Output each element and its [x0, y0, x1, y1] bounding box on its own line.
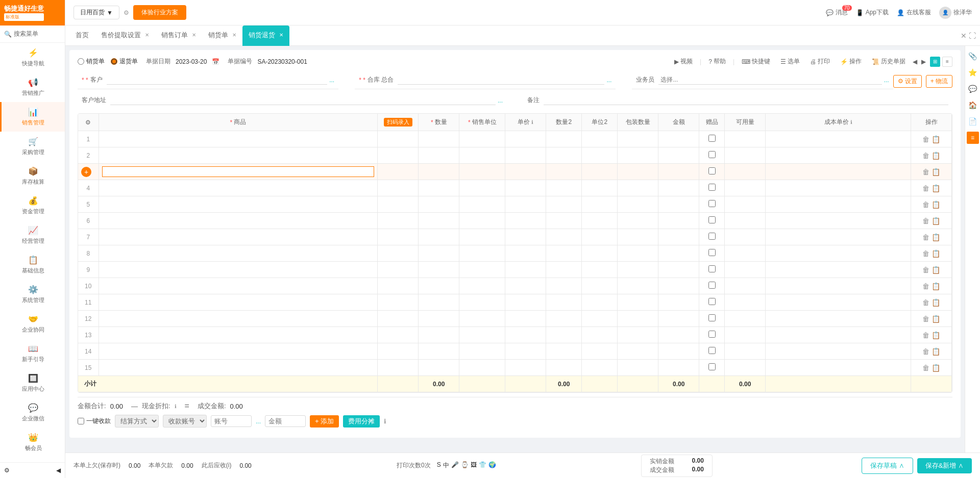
row-3-available[interactable] — [725, 164, 766, 180]
customer-input[interactable] — [107, 75, 328, 85]
row-9-gift-checkbox[interactable] — [708, 265, 716, 272]
row-3-pack-qty[interactable] — [618, 164, 658, 180]
row-3-gift[interactable] — [699, 164, 725, 180]
nav-next-icon[interactable]: ▶ — [921, 58, 926, 65]
scan-button[interactable]: 扫码录入 — [384, 118, 412, 127]
grid-view-button[interactable]: ⊞ — [930, 57, 940, 67]
row-10-gift-checkbox[interactable] — [708, 282, 716, 289]
salesperson-input[interactable] — [658, 75, 881, 85]
tab-price-setup-close[interactable]: ✕ — [145, 32, 149, 38]
sidebar-item-shortcut[interactable]: ⚡ 快捷导航 — [0, 43, 65, 72]
row-1-gift-checkbox[interactable] — [708, 135, 716, 142]
salesperson-dots[interactable]: ... — [884, 77, 889, 84]
row-5-copy-icon[interactable]: 📋 — [932, 200, 940, 209]
row-14-delete-icon[interactable]: 🗑 — [922, 347, 929, 356]
row-2-pack-qty[interactable] — [618, 147, 658, 164]
row-15-delete-icon[interactable]: 🗑 — [922, 364, 929, 372]
industry-selector[interactable]: 日用百货 ▼ — [74, 6, 119, 19]
save-draft-button[interactable]: 保存草稿 ∧ — [862, 458, 913, 474]
row-2-price[interactable] — [505, 147, 546, 164]
panel-icon-4[interactable]: 🏠 — [966, 99, 979, 111]
row-3-gift-checkbox[interactable] — [708, 167, 716, 174]
history-button[interactable]: 📜 历史单据 — [869, 56, 909, 67]
row-3-unit[interactable] — [459, 164, 505, 180]
panel-icon-2[interactable]: ⭐ — [966, 66, 979, 79]
row-2-cost-price[interactable] — [766, 147, 911, 164]
row-3-amount[interactable] — [658, 164, 699, 180]
row-15-gift-checkbox[interactable] — [708, 363, 716, 370]
experience-button[interactable]: 体验行业方案 — [133, 5, 186, 20]
settings-icon[interactable]: ⚙ — [124, 9, 129, 16]
sidebar-item-inventory[interactable]: 📦 库存核算 — [0, 161, 65, 191]
add-row-button[interactable]: + — [81, 167, 91, 177]
radio-return[interactable]: 退货单 — [111, 57, 138, 66]
row-2-product[interactable] — [99, 147, 378, 164]
row-2-amount[interactable] — [658, 147, 699, 164]
toolbar-icon-3[interactable]: 🎤 — [451, 461, 459, 470]
row-14-gift-checkbox[interactable] — [708, 347, 716, 354]
row-11-delete-icon[interactable]: 🗑 — [922, 298, 929, 307]
app-download-button[interactable]: 📱 App下载 — [856, 8, 889, 17]
row-2-available[interactable] — [725, 147, 766, 164]
row-6-product[interactable] — [99, 213, 378, 229]
add-payment-button[interactable]: + 添加 — [310, 415, 339, 427]
toolbar-icon-1[interactable]: S — [437, 461, 441, 470]
sidebar-item-operations[interactable]: 📈 经营管理 — [0, 220, 65, 250]
sidebar-item-purchase[interactable]: 🛒 采购管理 — [0, 132, 65, 161]
row-4-delete-icon[interactable]: 🗑 — [922, 184, 929, 192]
doc-date-value[interactable]: 2023-03-20 — [176, 58, 207, 65]
row-1-delete-icon[interactable]: 🗑 — [922, 135, 929, 143]
sidebar-item-member[interactable]: 👑 畅会员 — [0, 427, 65, 457]
print-button[interactable]: 🖨 打印 — [807, 56, 833, 67]
row-9-delete-icon[interactable]: 🗑 — [922, 266, 929, 274]
toolbar-icon-2[interactable]: 中 — [443, 461, 449, 470]
sidebar-settings-icon[interactable]: ⚙ — [4, 467, 10, 474]
sidebar-item-system[interactable]: ⚙️ 系统管理 — [0, 280, 65, 309]
row-5-product[interactable] — [99, 196, 378, 213]
row-3-delete-icon[interactable]: 🗑 — [922, 168, 929, 176]
tab-sales-return[interactable]: 销货退货 ✕ — [242, 26, 289, 46]
row-1-product[interactable] — [99, 131, 378, 147]
row-3-qty[interactable] — [419, 164, 459, 180]
sidebar-item-basic[interactable]: 📋 基础信息 — [0, 250, 65, 280]
row-10-delete-icon[interactable]: 🗑 — [922, 282, 929, 290]
row-12-copy-icon[interactable]: 📋 — [932, 315, 940, 323]
row-1-gift[interactable] — [699, 131, 725, 147]
row-3-qty2[interactable] — [546, 164, 582, 180]
row-1-amount[interactable] — [658, 131, 699, 147]
row-2-unit[interactable] — [459, 147, 505, 164]
row-2-delete-icon[interactable]: 🗑 — [922, 152, 929, 160]
tab-sales-delivery-close[interactable]: ✕ — [232, 32, 236, 38]
sidebar-item-search[interactable]: 🔍 搜索菜单 — [0, 26, 65, 43]
radio-return-input[interactable] — [111, 58, 117, 65]
payment-amount-input[interactable] — [265, 415, 306, 427]
row-3-cost-price[interactable] — [766, 164, 911, 180]
row-1-cost-price[interactable] — [766, 131, 911, 147]
customer-dots[interactable]: ... — [329, 77, 334, 84]
video-help-button[interactable]: ▶ 视频 — [671, 56, 696, 67]
row-13-gift-checkbox[interactable] — [708, 331, 716, 338]
sidebar-item-marketing[interactable]: 📢 营销推广 — [0, 72, 65, 102]
sidebar-item-sales[interactable]: 📊 销售管理 — [0, 102, 65, 132]
split-cost-button[interactable]: 费用分摊 — [343, 415, 380, 427]
panel-icon-1[interactable]: 📎 — [966, 50, 979, 62]
address-input[interactable] — [110, 95, 496, 105]
toolbar-icon-5[interactable]: 🖼 — [471, 461, 477, 470]
help-button[interactable]: ? 帮助 — [705, 56, 729, 67]
tab-close-all-icon[interactable]: ✕ — [961, 32, 967, 40]
panel-icon-orange[interactable]: ≡ — [967, 132, 979, 144]
address-dots[interactable]: ... — [498, 97, 503, 104]
save-new-button[interactable]: 保存&新增 ∧ — [917, 458, 972, 473]
logistics-button[interactable]: + 物流 — [926, 75, 952, 88]
row-2-qty2[interactable] — [546, 147, 582, 164]
row-8-copy-icon[interactable]: 📋 — [932, 249, 940, 258]
sidebar-item-appstore[interactable]: 🔲 应用中心 — [0, 368, 65, 398]
warehouse-input[interactable] — [398, 75, 604, 85]
tab-maximize-icon[interactable]: ⛶ — [969, 32, 976, 40]
row-1-available[interactable] — [725, 131, 766, 147]
row-11-gift-checkbox[interactable] — [708, 298, 716, 305]
one-click-receive-input[interactable] — [78, 418, 84, 424]
row-10-copy-icon[interactable]: 📋 — [932, 282, 940, 290]
row-2-gift[interactable] — [699, 147, 725, 164]
select-order-button[interactable]: ☰ 选单 — [777, 56, 803, 67]
